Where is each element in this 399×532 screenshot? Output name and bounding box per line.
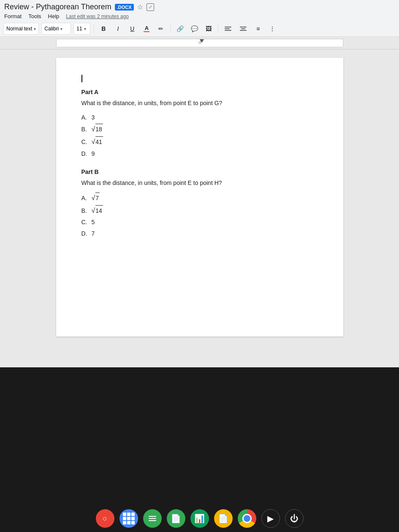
line-spacing-icon: ≡ <box>256 25 260 32</box>
orange-doc-symbol: 📄 <box>218 513 228 524</box>
ruler-mark-minus2: -2 <box>198 40 201 44</box>
part-b-option-d-value: 7 <box>91 230 95 237</box>
option-a-value: 3 <box>91 114 95 121</box>
align-line-3 <box>225 30 231 31</box>
part-b-option-b-value: √14 <box>91 205 103 216</box>
sqrt-number-b-a: 7 <box>95 193 100 203</box>
align-center-button[interactable] <box>237 23 250 35</box>
option-d-label: D. <box>81 149 90 158</box>
style-dropdown[interactable]: Normal text ▾ <box>3 23 39 35</box>
option-d-value: 9 <box>91 150 95 157</box>
align-left-icon <box>223 25 233 32</box>
expand-icon[interactable]: ⤢ <box>147 3 154 11</box>
image-button[interactable]: 🖼 <box>203 23 214 35</box>
bold-button[interactable]: B <box>98 23 109 35</box>
part-b-option-b-label: B. <box>81 206 90 215</box>
part-b-option-c: C. 5 <box>81 217 318 227</box>
divider-3 <box>218 24 218 33</box>
part-b-option-d: D. 7 <box>81 229 318 238</box>
part-a-question: What is the distance, in units, from poi… <box>81 99 318 108</box>
sqrt-number-c: 41 <box>95 136 103 147</box>
option-b-value: √18 <box>91 124 103 135</box>
font-dropdown[interactable]: Calibri ▾ <box>41 23 71 35</box>
lines-symbol <box>149 516 156 521</box>
document-title: Review - Pythagorean Theorem <box>4 3 111 11</box>
italic-button[interactable]: I <box>112 23 124 35</box>
part-b-option-d-label: D. <box>81 229 90 238</box>
cursor-blink <box>81 75 82 82</box>
ruler-inner: -2 <box>56 39 343 47</box>
grid-app-icon[interactable] <box>119 509 138 528</box>
part-b-option-a-label: A. <box>81 193 90 203</box>
play-symbol: ▶ <box>267 513 274 524</box>
line-spacing-button[interactable]: ≡ <box>252 23 264 35</box>
menu-tools[interactable]: Tools <box>28 13 41 19</box>
more-options-button[interactable]: ⋮ <box>266 23 278 35</box>
menu-help[interactable]: Help <box>48 13 60 19</box>
pencil-icon: ✏ <box>158 25 163 32</box>
align-left-button[interactable] <box>222 23 234 35</box>
lines-menu-icon[interactable] <box>143 509 162 528</box>
text-color-button[interactable]: A <box>141 23 152 35</box>
part-b-heading: Part B <box>81 168 318 175</box>
align-line-2 <box>225 28 230 29</box>
option-a-label: A. <box>81 113 90 122</box>
part-a-option-c: C. √41 <box>81 136 318 147</box>
sqrt-number-b: 18 <box>95 124 103 134</box>
power-symbol: ⏻ <box>290 514 299 524</box>
sqrt-radical-b-a: √ <box>91 193 95 204</box>
align-center-line-1 <box>240 27 247 27</box>
text-color-a-icon: A <box>144 25 149 32</box>
font-size-arrow: ▾ <box>84 27 86 31</box>
play-button-icon[interactable]: ▶ <box>261 509 280 528</box>
ruler: -2 <box>0 37 399 49</box>
document-page: Part A What is the distance, in units, f… <box>56 58 343 337</box>
sqrt-radical-b-b: √ <box>91 205 95 216</box>
align-center-icon <box>239 25 248 32</box>
orange-doc-icon[interactable]: 📄 <box>214 509 233 528</box>
menu-format[interactable]: Format <box>4 13 22 19</box>
option-b-label: B. <box>81 125 90 134</box>
document-area: Review - Pythagorean Theorem .DOCX ☆ ⤢ F… <box>0 0 399 367</box>
chrome-browser-icon[interactable] <box>238 509 256 528</box>
align-center-line-2 <box>241 28 245 29</box>
link-button[interactable]: 🔗 <box>174 23 186 35</box>
red-circle-icon[interactable]: ○ <box>96 509 114 528</box>
green-doc-icon[interactable]: 📄 <box>167 509 185 528</box>
part-a-option-b: B. √18 <box>81 124 318 135</box>
part-a-options: A. 3 B. √18 C. √41 <box>81 113 318 158</box>
star-icon[interactable]: ☆ <box>137 3 143 11</box>
part-b-question: What is the distance, in units, from poi… <box>81 179 318 187</box>
text-color-underline <box>144 31 149 32</box>
part-b-section: Part B What is the distance, in units, f… <box>81 168 318 238</box>
toolbar: Normal text ▾ Calibri ▾ 11 ▾ B I U A <box>0 21 399 37</box>
part-a-option-a: A. 3 <box>81 113 318 122</box>
underline-button[interactable]: U <box>126 23 138 35</box>
title-bar: Review - Pythagorean Theorem .DOCX ☆ ⤢ F… <box>0 0 399 21</box>
align-line-1 <box>225 27 231 27</box>
edit-button[interactable]: ✏ <box>155 23 167 35</box>
power-button-icon[interactable]: ⏻ <box>285 509 304 528</box>
option-c-label: C. <box>81 137 90 147</box>
document-content: Part A What is the distance, in units, f… <box>0 49 399 345</box>
text-cursor <box>81 75 318 89</box>
part-a-section: Part A What is the distance, in units, f… <box>81 89 318 158</box>
sqrt-radical-c: √ <box>91 136 95 147</box>
part-a-heading: Part A <box>81 89 318 95</box>
green-doc-symbol: 📄 <box>171 513 181 524</box>
font-size-dropdown[interactable]: 11 ▾ <box>73 23 90 35</box>
font-arrow: ▾ <box>60 27 62 31</box>
text-color-a-letter: A <box>145 25 149 31</box>
more-options-icon: ⋮ <box>269 25 275 32</box>
option-c-value: √41 <box>91 136 103 147</box>
style-label: Normal text <box>6 26 32 32</box>
align-center-line-3 <box>240 30 247 31</box>
menu-bar: Format Tools Help Last edit was 2 minute… <box>4 12 395 21</box>
comment-button[interactable]: 💬 <box>188 23 200 35</box>
grid-symbol <box>123 513 135 524</box>
part-b-option-c-label: C. <box>81 217 90 227</box>
docx-badge: .DOCX <box>115 4 134 11</box>
divider-2 <box>170 24 171 33</box>
green-sheets-icon[interactable]: 📊 <box>190 509 209 528</box>
part-b-option-c-value: 5 <box>91 219 95 225</box>
